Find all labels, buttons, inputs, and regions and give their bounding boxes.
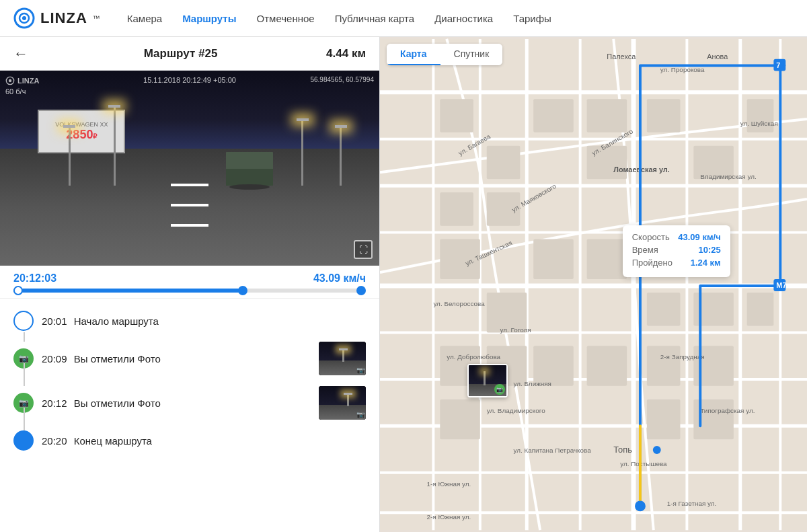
- svg-text:Ломаевская ул.: Ломаевская ул.: [613, 165, 670, 174]
- video-road: [0, 149, 379, 266]
- svg-text:Типографская ул.: Типографская ул.: [700, 407, 755, 414]
- timeline-thumb-2[interactable]: 📷: [319, 386, 366, 420]
- svg-rect-25: [487, 146, 521, 180]
- svg-text:2-я Запрудная: 2-я Запрудная: [660, 353, 705, 360]
- svg-text:ул. Постышева: ул. Постышева: [620, 460, 667, 467]
- thumb-sky-2: [319, 386, 366, 405]
- progress-thumb-end[interactable]: [356, 286, 366, 295]
- speed-overlay: 60 б/ч: [5, 87, 26, 96]
- map-tooltip: Скорость 43.09 км/ч Время 10:25 Пройдено…: [623, 225, 730, 277]
- tooltip-distance-row: Пройдено 1.24 км: [632, 258, 721, 268]
- svg-rect-30: [647, 99, 681, 132]
- logo[interactable]: LINZA™: [13, 7, 100, 29]
- svg-rect-41: [647, 293, 681, 326]
- thumb-camera-icon-1: 📷: [356, 367, 364, 374]
- tooltip-speed-label: Скорость: [632, 232, 670, 242]
- timeline-time-photo1: 20:09: [42, 353, 67, 365]
- progress-bar[interactable]: [13, 289, 366, 293]
- current-speed: 43.09 км/ч: [313, 272, 366, 284]
- video-truck: [226, 152, 273, 186]
- thumb-light-1: [342, 348, 344, 362]
- svg-point-2: [22, 16, 26, 20]
- svg-text:Владимирская ул.: Владимирская ул.: [700, 173, 756, 180]
- svg-rect-46: [647, 400, 681, 440]
- fullscreen-button[interactable]: ⛶: [354, 240, 373, 259]
- svg-text:1-я Газетная ул.: 1-я Газетная ул.: [667, 500, 717, 507]
- timeline-time-end: 20:20: [42, 435, 67, 447]
- svg-point-75: [653, 446, 661, 454]
- video-billboard: VOLKSWAGEN XX 2850₽: [38, 110, 125, 153]
- progress-thumb-start[interactable]: [13, 286, 23, 295]
- playback-controls: 20:12:03 43.09 км/ч: [0, 266, 379, 299]
- svg-rect-40: [587, 346, 627, 386]
- progress-fill: [13, 289, 243, 293]
- tab-satellite[interactable]: Спутник: [440, 44, 503, 65]
- svg-rect-32: [747, 99, 774, 132]
- streetlight-2: [301, 118, 303, 186]
- timeline-label-start: Начало маршрута: [74, 315, 159, 327]
- svg-text:ул. Владимирского: ул. Владимирского: [487, 407, 545, 414]
- timeline-label-photo2: Вы отметили Фото: [74, 397, 161, 409]
- map-tabs: Карта Спутник: [387, 44, 502, 65]
- svg-text:ул. Капитана Петрачкова: ул. Капитана Петрачкова: [513, 447, 591, 454]
- tooltip-speed-row: Скорость 43.09 км/ч: [632, 232, 721, 242]
- svg-rect-43: [747, 293, 774, 326]
- tooltip-time-label: Время: [632, 245, 658, 255]
- svg-text:1-я Южная ул.: 1-я Южная ул.: [426, 480, 471, 488]
- timeline-text-start: 20:01 Начало маршрута: [42, 315, 366, 327]
- timeline-item-end: 20:20 Конец маршрута: [13, 425, 366, 456]
- camera-icon-2: 📷: [19, 398, 29, 408]
- svg-text:ул. Ближняя: ул. Ближняя: [513, 380, 551, 387]
- thumb-inner-1: 📷: [319, 342, 366, 375]
- svg-text:ул. Шуйская: ул. Шуйская: [740, 120, 778, 127]
- timeline-time-photo2: 20:12: [42, 397, 67, 409]
- back-button[interactable]: ←: [13, 45, 28, 63]
- coords-overlay: 56.984565, 60.57994: [310, 76, 374, 83]
- camera-icon-1: 📷: [19, 354, 29, 363]
- tab-map[interactable]: Карта: [387, 44, 440, 65]
- tooltip-speed-value: 43.09 км/ч: [678, 232, 720, 242]
- svg-text:Анова: Анова: [707, 52, 728, 61]
- svg-point-4: [9, 79, 11, 82]
- timeline: 20:01 Начало маршрута 📷 20:09 Вы отметил…: [0, 299, 379, 532]
- timeline-time-start: 20:01: [42, 315, 67, 327]
- linza-watermark: LINZA: [5, 76, 39, 85]
- nav-public-map[interactable]: Публичная карта: [335, 13, 415, 24]
- header: LINZA™ Камера Маршруты Отмеченное Публич…: [0, 0, 807, 37]
- svg-text:Палехса: Палехса: [607, 52, 636, 61]
- svg-text:ул. Пророкова: ул. Пророкова: [660, 66, 705, 73]
- timeline-text-end: 20:20 Конец маршрута: [42, 435, 366, 447]
- nav-marked[interactable]: Отмеченное: [257, 13, 315, 24]
- svg-text:2-я Южная ул.: 2-я Южная ул.: [426, 513, 471, 521]
- svg-rect-26: [533, 99, 574, 132]
- svg-rect-27: [440, 192, 473, 226]
- logo-icon: [13, 7, 35, 29]
- nav: Камера Маршруты Отмеченное Публичная кар…: [127, 13, 794, 24]
- map-camera-badge-1: 📷: [494, 384, 505, 395]
- nav-tariffs[interactable]: Тарифы: [513, 13, 551, 24]
- svg-rect-37: [440, 400, 480, 440]
- nav-diagnostics[interactable]: Диагностика: [434, 13, 493, 24]
- timeline-dot-end: [13, 430, 34, 451]
- timeline-text-photo2: 20:12 Вы отметили Фото: [42, 397, 319, 409]
- fullscreen-icon: ⛶: [359, 245, 368, 255]
- route-distance: 4.44 км: [326, 47, 366, 61]
- route-header: ← Маршрут #25 4.44 км: [0, 37, 379, 71]
- timeline-thumb-1[interactable]: 📷: [319, 342, 366, 375]
- streetlight-1: [114, 105, 116, 186]
- svg-text:ул. Гоголя: ул. Гоголя: [500, 326, 531, 334]
- time-row: 20:12:03 43.09 км/ч: [13, 272, 366, 284]
- nav-camera[interactable]: Камера: [127, 13, 162, 24]
- progress-thumb-current[interactable]: [238, 286, 247, 295]
- nav-routes[interactable]: Маршруты: [182, 13, 236, 24]
- timeline-item-start: 20:01 Начало маршрута: [13, 305, 366, 336]
- watermark-text: LINZA: [17, 77, 39, 85]
- video-player[interactable]: VOLKSWAGEN XX 2850₽ LINZA 15: [0, 71, 379, 266]
- timeline-text-photo1: 20:09 Вы отметили Фото: [42, 353, 319, 365]
- map-photo-1[interactable]: 📷: [467, 364, 508, 397]
- main-content: ← Маршрут #25 4.44 км VOLKSWAGEN XX 2850…: [0, 37, 807, 532]
- svg-text:ул. Добролюбова: ул. Добролюбова: [447, 353, 500, 360]
- tooltip-distance-label: Пройдено: [632, 258, 672, 268]
- tooltip-time-row: Время 10:25: [632, 245, 721, 255]
- svg-rect-35: [587, 239, 627, 280]
